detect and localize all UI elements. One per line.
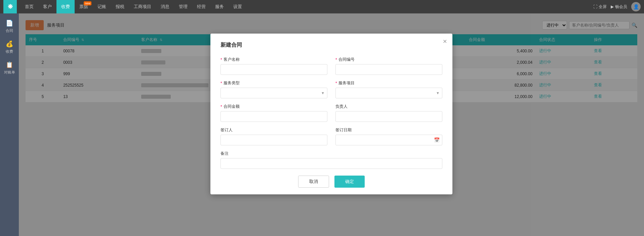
modal-overlay: ✕ 新建合同 * 客户名称 * 合同编号 *	[19, 13, 644, 236]
contract-no-field: * 合同编号	[335, 57, 442, 75]
top-navigation: ❋ 首页 客户 收费 票据 new 记账 报税 工商项目 消息 管理 经营 服务…	[0, 0, 644, 13]
nav-invoice[interactable]: 票据 new	[75, 0, 93, 13]
service-item-select[interactable]	[335, 88, 442, 98]
responsible-input[interactable]	[335, 111, 442, 122]
nav-accounting[interactable]: 记账	[93, 0, 111, 13]
contract-no-input[interactable]	[335, 64, 442, 75]
cancel-button[interactable]: 取消	[298, 176, 329, 188]
nav-settings[interactable]: 设置	[229, 0, 247, 13]
nav-right-area: ⛶ 全屏 ▶ 畅会员 👤	[593, 2, 641, 11]
signer-field: 签订人	[220, 127, 327, 145]
new-badge: new	[84, 1, 91, 5]
sign-date-label: 签订日期	[335, 127, 442, 133]
remark-label: 备注	[220, 151, 442, 156]
sidebar-item-contract[interactable]: 📄 合同	[1, 17, 18, 36]
nav-management[interactable]: 管理	[174, 0, 192, 13]
confirm-button[interactable]: 确定	[334, 176, 365, 188]
nav-message[interactable]: 消息	[156, 0, 174, 13]
service-item-label: * 服务项目	[335, 80, 442, 86]
fullscreen-button[interactable]: ⛶ 全屏	[593, 4, 607, 10]
fullscreen-icon: ⛶	[593, 4, 597, 9]
sign-date-input[interactable]: 2023-06-06	[335, 135, 442, 145]
service-type-select[interactable]	[220, 88, 327, 98]
amount-field: * 合同金额 0.00	[220, 104, 327, 122]
app-logo: ❋	[3, 0, 17, 13]
service-type-field: * 服务类型 ▼	[220, 80, 327, 98]
amount-input[interactable]: 0.00	[220, 111, 327, 122]
billing-icon: 💰	[6, 40, 13, 48]
modal-close-button[interactable]: ✕	[443, 38, 447, 45]
service-type-select-wrap: ▼	[220, 88, 327, 98]
statement-icon: 📋	[6, 61, 13, 68]
nav-tax[interactable]: 报税	[111, 0, 129, 13]
contract-no-label: * 合同编号	[335, 57, 442, 62]
service-type-label: * 服务类型	[220, 80, 327, 86]
nav-home[interactable]: 首页	[20, 0, 38, 13]
remark-input[interactable]	[220, 158, 442, 169]
new-contract-modal: ✕ 新建合同 * 客户名称 * 合同编号 *	[210, 34, 452, 194]
sidebar: 📄 合同 💰 收费 📋 对账单	[0, 13, 19, 236]
modal-title: 新建合同	[220, 42, 442, 49]
signer-label: 签订人	[220, 127, 327, 133]
sign-date-field: 签订日期 2023-06-06 📅	[335, 127, 442, 145]
contract-icon: 📄	[6, 19, 13, 27]
customer-name-label: * 客户名称	[220, 57, 327, 62]
nav-business[interactable]: 工商项目	[129, 0, 156, 13]
nav-customer[interactable]: 客户	[38, 0, 56, 13]
sign-date-wrap: 2023-06-06 📅	[335, 135, 442, 145]
nav-billing[interactable]: 收费	[56, 0, 75, 13]
responsible-field: 负责人	[335, 104, 442, 122]
nav-service[interactable]: 服务	[210, 0, 229, 13]
remark-field: 备注	[220, 151, 442, 169]
customer-name-input[interactable]	[220, 64, 327, 75]
service-item-select-wrap: ▼	[335, 88, 442, 98]
modal-footer: 取消 确定	[220, 176, 442, 188]
customer-name-field: * 客户名称	[220, 57, 327, 75]
responsible-label: 负责人	[335, 104, 442, 109]
signer-input[interactable]	[220, 135, 327, 145]
member-button[interactable]: ▶ 畅会员	[611, 4, 627, 10]
user-avatar[interactable]: 👤	[631, 2, 641, 11]
sidebar-item-statement[interactable]: 📋 对账单	[1, 58, 18, 78]
amount-label: * 合同金额	[220, 104, 327, 109]
service-item-field: * 服务项目 ▼	[335, 80, 442, 98]
nav-operation[interactable]: 经营	[192, 0, 210, 13]
sidebar-item-billing[interactable]: 💰 收费	[1, 38, 18, 57]
play-icon: ▶	[611, 4, 614, 9]
